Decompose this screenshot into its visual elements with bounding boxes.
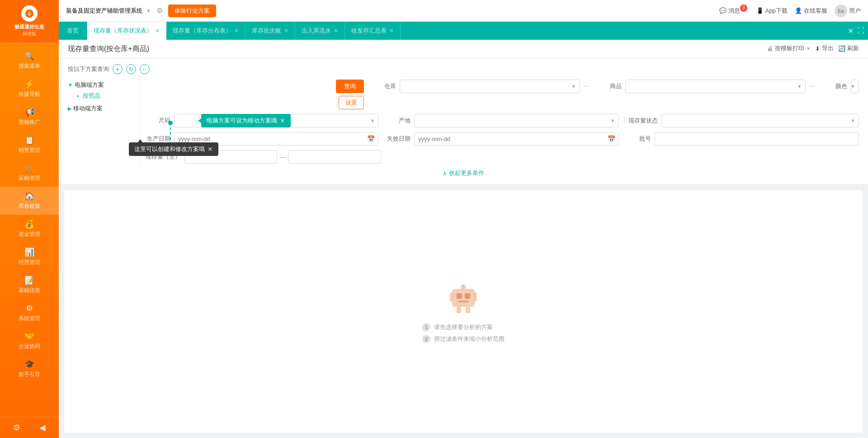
sidebar-item-purchase-label: 采购管理 — [19, 174, 40, 182]
page-title: 现存量查询(按仓库+商品) — [68, 44, 149, 58]
sidebar-item-guide[interactable]: 🎓 新手引导 — [0, 355, 59, 383]
goods-label: 商品 — [597, 82, 622, 90]
tab-stock-summary[interactable]: 收发存汇总表 ✕ — [345, 22, 401, 40]
filter-row-goods: 商品 ▼ ··· — [597, 80, 815, 93]
collapse-chevron-icon: ∧ — [443, 170, 447, 177]
sidebar-item-enterprise[interactable]: 🤝 企业协同 — [0, 327, 59, 355]
tab-stock-status-close-icon[interactable]: ✕ — [155, 28, 160, 33]
empty-text: 1 请先选择要分析的方案 2 用过滤条件来缩小分析范围 — [422, 323, 505, 343]
tab-home[interactable]: 首页 — [59, 22, 87, 40]
reset-button[interactable]: 设置 — [339, 96, 364, 109]
filter-row-color: 颜色 ▼ — [822, 80, 859, 93]
tab-stock-dist-close-icon[interactable]: ✕ — [234, 28, 239, 33]
step-2-num: 2 — [422, 335, 430, 343]
goods-more-icon[interactable]: ··· — [809, 82, 815, 90]
sidebar-item-inventory[interactable]: 🏠 库存核算 — [0, 187, 59, 215]
app-download-label: App下载 — [765, 7, 788, 15]
scheme-desktop-toggle[interactable]: ▼ 电脑端方案 — [68, 80, 134, 90]
basic-nav-icon: 📝 — [24, 275, 34, 285]
expire-date-start-wrap: 📅 — [414, 132, 618, 146]
tooltip-scheme-create-close-icon[interactable]: ✕ — [208, 146, 213, 153]
warehouse-select[interactable] — [400, 80, 580, 93]
search-button[interactable]: 查询 — [336, 80, 364, 93]
collapse-label: 收起更多条件 — [449, 169, 484, 177]
svg-rect-6 — [450, 292, 453, 301]
tab-expand-icon[interactable]: ⛶ — [857, 27, 864, 35]
empty-step-1: 1 请先选择要分析的方案 — [422, 323, 505, 331]
export-button[interactable]: ⬇ 导出 — [815, 44, 834, 52]
tab-stock-batch-close-icon[interactable]: ✕ — [284, 28, 288, 33]
tab-spacer — [401, 22, 844, 40]
sidebar-item-quick[interactable]: ⚡ 快捷导航 — [0, 75, 59, 103]
step-2-text: 用过滤条件来缩小分析范围 — [434, 335, 505, 343]
step-1-text: 请先选择要分析的方案 — [434, 323, 493, 331]
tab-close-all-icon[interactable]: ✕ — [848, 27, 854, 35]
user-avatar-text: Ea — [838, 8, 844, 14]
warehouse-more-icon[interactable]: ··· — [584, 82, 590, 90]
tab-stock-flow[interactable]: 出入库流水 ✕ — [295, 22, 345, 40]
scheme-desktop-child-1-label: 按照品 — [83, 92, 100, 100]
sidebar-item-basic[interactable]: 📝 基础信息 — [0, 271, 59, 299]
scheme-mobile-toggle[interactable]: ▶ 移动端方案 — [68, 103, 134, 114]
content-area: 现存量查询(按仓库+商品) 🖨 按模板打印 ▼ ⬇ 导出 🔄 刷新 — [59, 40, 868, 438]
collapse-bar[interactable]: ∧ 收起更多条件 — [68, 165, 859, 179]
tab-stock-summary-close-icon[interactable]: ✕ — [389, 28, 394, 33]
tab-stock-flow-close-icon[interactable]: ✕ — [334, 28, 338, 33]
tab-stock-batch-label: 库存批次账 — [252, 27, 281, 35]
sidebar-item-sales[interactable]: 📋 销售管理 — [0, 131, 59, 159]
tab-stock-batch[interactable]: 库存批次账 ✕ — [245, 22, 295, 40]
expire-date-start-input[interactable] — [414, 132, 618, 146]
scheme-desktop-children: ● 按照品 — [68, 90, 134, 101]
color-select[interactable] — [851, 80, 859, 93]
header-online-service[interactable]: 👤 在线客服 — [795, 7, 827, 15]
message-label: 消息 — [728, 7, 740, 15]
tooltip-scheme-mobile-close-icon[interactable]: ✕ — [280, 117, 285, 124]
warehouse-label: 仓库 — [371, 82, 396, 90]
tab-bar: 首页 现存量（库存状况表） ✕ 现存量（库存分布表） ✕ 库存批次账 ✕ 出入库… — [59, 22, 868, 40]
sidebar-item-purchase[interactable]: 🛒 采购管理 — [0, 159, 59, 187]
header-settings-icon[interactable]: ⚙ — [156, 6, 163, 15]
system-nav-icon: ⚙ — [26, 303, 33, 313]
origin-select[interactable] — [414, 114, 618, 127]
tab-stock-dist[interactable]: 现存量（库存分布表） ✕ — [166, 22, 245, 40]
tab-stock-status[interactable]: 现存量（库存状况表） ✕ — [87, 22, 166, 40]
empty-icon — [441, 280, 486, 316]
sidebar: 6 畅通通好生意 标准版 🔍 搜索菜单 ⚡ 快捷导航 📢 营销推广 📋 销售管理… — [0, 0, 59, 438]
sidebar-settings-btn[interactable]: ⚙ — [13, 423, 20, 433]
export-label: 导出 — [822, 44, 834, 52]
tab-stock-summary-label: 收发存汇总表 — [351, 27, 387, 35]
header-message[interactable]: 💬 消息 9 — [719, 7, 749, 15]
sidebar-item-finance-label: 资金管理 — [19, 231, 40, 238]
stock-qty-max-input[interactable] — [288, 150, 381, 164]
filter-back-button[interactable]: ← — [140, 64, 150, 74]
sidebar-item-finance[interactable]: 💰 资金管理 — [0, 215, 59, 243]
sidebar-collapse-btn[interactable]: ◀ — [39, 423, 46, 433]
sidebar-item-system[interactable]: ⚙ 系统管理 — [0, 299, 59, 327]
header-user[interactable]: Ea 用户 — [835, 5, 861, 17]
origin-select-wrap: ▼ — [414, 114, 618, 127]
page-header: 现存量查询(按仓库+商品) 🖨 按模板打印 ▼ ⬇ 导出 🔄 刷新 — [59, 40, 868, 59]
goods-select[interactable] — [625, 80, 806, 93]
template-print-button[interactable]: 🖨 按模板打印 ▼ — [767, 44, 811, 52]
refresh-button[interactable]: 🔄 刷新 — [838, 44, 859, 52]
sidebar-item-operation[interactable]: 📊 经营管理 — [0, 243, 59, 271]
online-service-icon: 👤 — [795, 7, 802, 14]
header-app-download[interactable]: 📱 App下载 — [756, 7, 788, 15]
sidebar-item-search[interactable]: 🔍 搜索菜单 — [0, 47, 59, 75]
system-name-chevron-icon: ▼ — [146, 8, 151, 14]
app-download-icon: 📱 — [756, 7, 764, 14]
filter-label: 按以下方案查询 — [68, 65, 109, 73]
scheme-active-dot-icon: ● — [77, 94, 79, 98]
produce-date-label: 生产日期 — [146, 135, 170, 143]
stock-status-select[interactable] — [661, 114, 859, 127]
top-header: 装备及固定资产辅助管理系统 ▼ ⚙ 体验行业方案 💬 消息 9 📱 App下载 … — [59, 0, 868, 22]
trial-button[interactable]: 体验行业方案 — [168, 5, 216, 17]
filter-refresh-button[interactable]: ↻ — [126, 64, 136, 74]
batch-input[interactable] — [655, 132, 859, 146]
sidebar-item-marketing[interactable]: 📢 营销推广 — [0, 103, 59, 131]
filter-add-button[interactable]: + — [113, 64, 123, 74]
sidebar-nav: 🔍 搜索菜单 ⚡ 快捷导航 📢 营销推广 📋 销售管理 🛒 采购管理 🏠 库存核… — [0, 43, 59, 417]
scheme-mobile-chevron-icon: ▶ — [68, 106, 71, 112]
scheme-desktop-child-1[interactable]: ● 按照品 — [77, 90, 134, 101]
origin-label: 产地 — [386, 117, 410, 125]
